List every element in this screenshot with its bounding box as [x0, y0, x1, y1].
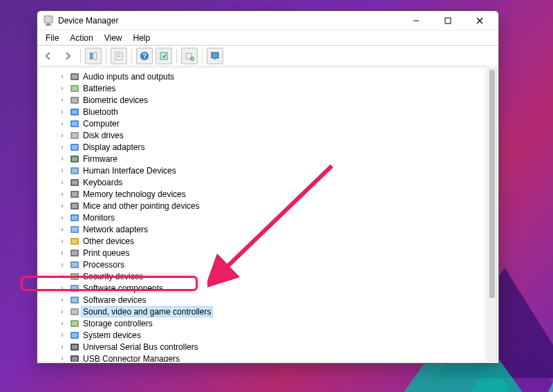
tree-item[interactable]: ›Firmware: [39, 153, 482, 165]
window-title: Device Manager: [58, 16, 118, 26]
device-category-icon: [69, 71, 80, 82]
tree-item[interactable]: ›Mice and other pointing devices: [39, 200, 482, 212]
tree-item[interactable]: ›Software devices: [39, 294, 482, 306]
device-manager-window: Device Manager File Action View Help ? ›…: [37, 10, 499, 364]
close-button[interactable]: [464, 11, 496, 30]
chevron-right-icon[interactable]: ›: [58, 108, 66, 115]
properties-button[interactable]: [111, 48, 127, 64]
tree-item[interactable]: ›Display adapters: [39, 141, 482, 153]
chevron-right-icon[interactable]: ›: [58, 96, 66, 104]
tree-item[interactable]: ›Human Interface Devices: [39, 165, 482, 176]
tree-item[interactable]: ›System devices: [39, 329, 482, 341]
tree-item-label: Mice and other pointing devices: [83, 201, 200, 211]
device-category-icon: [69, 295, 80, 306]
tree-item[interactable]: ›Software components: [39, 282, 482, 294]
tree-item[interactable]: ›Batteries: [39, 82, 482, 94]
chevron-right-icon[interactable]: ›: [58, 355, 66, 362]
tree-item[interactable]: ›Computer: [39, 118, 482, 129]
svg-rect-31: [72, 98, 77, 102]
tree-item[interactable]: ›Bluetooth: [39, 106, 482, 118]
chevron-right-icon[interactable]: ›: [58, 190, 66, 198]
device-category-icon: [69, 212, 80, 223]
content-area: ›Audio inputs and outputs›Batteries›Biom…: [37, 66, 498, 363]
tree-item-label: Human Interface Devices: [83, 166, 176, 176]
tree-item[interactable]: ›Storage controllers: [39, 317, 482, 329]
add-hardware-button[interactable]: [181, 48, 198, 64]
chevron-right-icon[interactable]: ›: [58, 343, 66, 351]
device-category-icon: [69, 177, 80, 188]
svg-marker-0: [408, 364, 553, 392]
tree-item-label: Memory technology devices: [83, 189, 186, 199]
chevron-right-icon[interactable]: ›: [58, 237, 66, 245]
svg-rect-14: [115, 53, 122, 59]
maximize-button[interactable]: [432, 11, 464, 30]
chevron-right-icon[interactable]: ›: [58, 319, 66, 327]
back-button[interactable]: [40, 48, 57, 64]
chevron-right-icon[interactable]: ›: [58, 155, 66, 162]
show-hide-button[interactable]: [85, 48, 102, 64]
chevron-right-icon[interactable]: ›: [58, 167, 66, 174]
tree-item[interactable]: ›Security devices: [39, 270, 482, 282]
vertical-scrollbar[interactable]: [487, 68, 497, 362]
svg-rect-59: [72, 263, 77, 267]
help-button[interactable]: ?: [136, 48, 153, 64]
minimize-button[interactable]: [400, 11, 432, 30]
device-category-icon: [69, 342, 80, 353]
tree-item[interactable]: ›Processors: [39, 259, 482, 270]
tree-item-label: Other devices: [83, 236, 134, 246]
chevron-right-icon[interactable]: ›: [58, 120, 66, 127]
menu-action[interactable]: Action: [64, 32, 98, 44]
tree-item[interactable]: ›USB Connector Managers: [39, 353, 482, 362]
chevron-right-icon[interactable]: ›: [58, 308, 66, 315]
device-category-icon: [69, 106, 80, 118]
svg-rect-41: [72, 157, 77, 161]
svg-rect-49: [72, 204, 77, 208]
tree-item[interactable]: ›Audio inputs and outputs: [39, 71, 482, 82]
chevron-right-icon[interactable]: ›: [58, 131, 66, 139]
tree-item-label: Display adapters: [83, 142, 144, 152]
tree-item-label: Storage controllers: [83, 319, 153, 328]
chevron-right-icon[interactable]: ›: [58, 272, 66, 280]
chevron-right-icon[interactable]: ›: [58, 225, 66, 233]
chevron-right-icon[interactable]: ›: [58, 331, 66, 339]
tree-item[interactable]: ›Monitors: [39, 212, 482, 223]
menu-view[interactable]: View: [99, 32, 128, 44]
tree-view[interactable]: ›Audio inputs and outputs›Batteries›Biom…: [38, 67, 486, 362]
chevron-right-icon[interactable]: ›: [58, 178, 66, 186]
chevron-right-icon[interactable]: ›: [58, 202, 66, 209]
monitor-button[interactable]: [207, 48, 223, 64]
svg-rect-33: [72, 110, 77, 114]
tree-item[interactable]: ›Universal Serial Bus controllers: [39, 341, 482, 353]
scrollbar-thumb[interactable]: [489, 70, 495, 298]
tree-item-label: Keyboards: [83, 178, 122, 187]
device-category-icon: [69, 283, 80, 294]
chevron-right-icon[interactable]: ›: [58, 73, 66, 80]
tree-item[interactable]: ›Print queues: [39, 247, 482, 259]
menu-help[interactable]: Help: [128, 32, 156, 44]
menu-file[interactable]: File: [40, 32, 64, 44]
svg-rect-43: [72, 169, 77, 173]
chevron-right-icon[interactable]: ›: [58, 84, 66, 92]
svg-rect-6: [46, 24, 50, 25]
svg-rect-65: [72, 298, 77, 302]
tree-item[interactable]: ›Biometric devices: [39, 94, 482, 106]
svg-rect-37: [72, 133, 77, 138]
chevron-right-icon[interactable]: ›: [58, 261, 66, 268]
tree-item[interactable]: ›Network adapters: [39, 223, 482, 235]
tree-item[interactable]: ›Disk drives: [39, 129, 482, 141]
tree-item[interactable]: ›Keyboards: [39, 176, 482, 188]
scan-button[interactable]: [156, 48, 172, 64]
tree-item-label: Processors: [83, 260, 124, 270]
titlebar[interactable]: Device Manager: [37, 11, 498, 30]
tree-item[interactable]: ›Memory technology devices: [39, 188, 482, 200]
svg-rect-25: [214, 59, 216, 59]
tree-item[interactable]: ›Other devices: [39, 235, 482, 247]
chevron-right-icon[interactable]: ›: [58, 143, 66, 151]
chevron-right-icon[interactable]: ›: [58, 249, 66, 256]
chevron-right-icon[interactable]: ›: [58, 284, 66, 292]
chevron-right-icon[interactable]: ›: [58, 296, 66, 304]
forward-button[interactable]: [59, 48, 76, 64]
chevron-right-icon[interactable]: ›: [58, 214, 66, 221]
tree-item[interactable]: ›Sound, video and game controllers: [39, 306, 482, 317]
tree-item-label: Print queues: [83, 248, 129, 258]
